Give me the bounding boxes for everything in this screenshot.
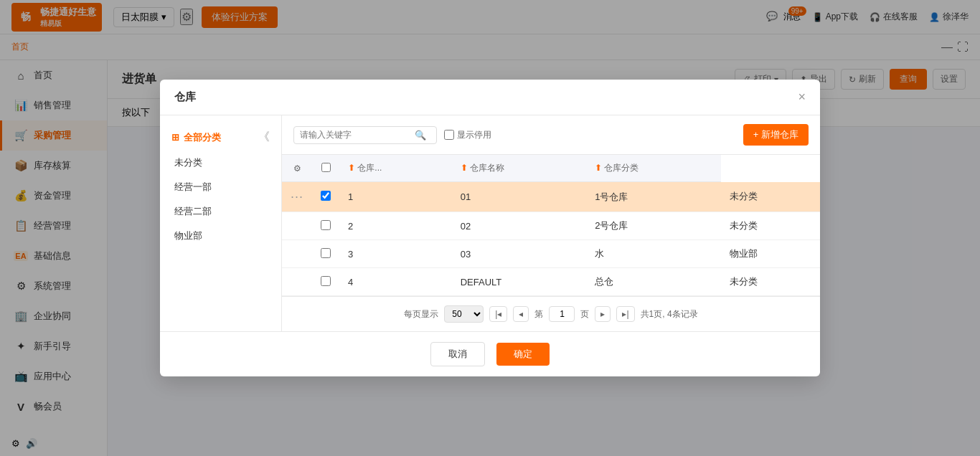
add-warehouse-button[interactable]: + 新增仓库 (743, 124, 809, 146)
total-info: 共1页, 4条记录 (641, 308, 698, 320)
show-disabled-container: 显示停用 (444, 129, 491, 141)
search-box: 🔍 (293, 126, 437, 144)
select-all-checkbox[interactable] (321, 163, 331, 172)
row-checkbox[interactable] (321, 276, 331, 286)
show-disabled-label: 显示停用 (457, 129, 491, 141)
row-action (282, 240, 312, 268)
row-no: 2 (339, 212, 452, 240)
confirm-button[interactable]: 确定 (496, 343, 550, 366)
page-next-button[interactable]: ▸ (595, 306, 611, 322)
table-row[interactable]: ··· 1 01 1号仓库 未分类 (282, 182, 820, 212)
per-page-label: 每页显示 (404, 308, 438, 320)
cancel-button[interactable]: 取消 (430, 342, 485, 366)
sort-icon3: ⬆ (595, 163, 602, 173)
per-page-select[interactable]: 20 50 100 (444, 305, 484, 323)
warehouse-table: ⚙ ⬆ 仓库... ⬆ 仓库名称 ⬆ 仓库分类 (282, 155, 820, 296)
row-no: 3 (339, 240, 452, 268)
row-category: 未分类 (721, 212, 820, 240)
show-disabled-checkbox[interactable] (444, 130, 454, 140)
row-name: 2号仓库 (586, 212, 720, 240)
modal-toolbar: 🔍 显示停用 + 新增仓库 (282, 115, 820, 155)
category-sidebar: ⊞ 全部分类 《 未分类 经营一部 经营二部 物业部 (160, 115, 282, 331)
row-name: 总仓 (586, 268, 720, 296)
row-category: 未分类 (721, 268, 820, 296)
row-checkbox[interactable] (321, 191, 331, 201)
grid-icon: ⊞ (171, 132, 179, 143)
table-row[interactable]: 3 03 水 物业部 (282, 240, 820, 268)
page-prev-button[interactable]: ◂ (513, 306, 529, 322)
category-item-property[interactable]: 物业部 (160, 224, 281, 248)
table-row[interactable]: 2 02 2号仓库 未分类 (282, 212, 820, 240)
row-checkbox-cell (312, 212, 339, 240)
modal-footer: 取消 确定 (160, 331, 820, 376)
modal-body: ⊞ 全部分类 《 未分类 经营一部 经营二部 物业部 🔍 (160, 115, 820, 331)
row-code: DEFAULT (452, 268, 586, 296)
col-settings: ⚙ (282, 155, 312, 182)
search-icon[interactable]: 🔍 (415, 130, 426, 141)
search-input[interactable] (300, 130, 415, 140)
row-code: 01 (452, 182, 586, 212)
collapse-button[interactable]: 《 (258, 130, 270, 145)
page-unit: 页 (580, 308, 589, 320)
page-number-input[interactable] (549, 306, 575, 322)
row-checkbox[interactable] (321, 220, 331, 230)
page-label: 第 (534, 308, 543, 320)
row-name: 水 (586, 240, 720, 268)
warehouse-modal: 仓库 × ⊞ 全部分类 《 未分类 经营一部 经营二部 物业部 (160, 80, 820, 376)
row-action: ··· (282, 182, 312, 212)
category-item-dept2[interactable]: 经营二部 (160, 199, 281, 224)
table-row[interactable]: 4 DEFAULT 总仓 未分类 (282, 268, 820, 296)
row-code: 03 (452, 240, 586, 268)
category-item-uncategorized[interactable]: 未分类 (160, 151, 281, 175)
row-checkbox-cell (312, 240, 339, 268)
row-code: 02 (452, 212, 586, 240)
page-first-button[interactable]: |◂ (489, 306, 507, 322)
modal-header: 仓库 × (160, 80, 820, 115)
row-checkbox[interactable] (321, 248, 331, 258)
row-category: 未分类 (721, 182, 820, 212)
pagination: 每页显示 20 50 100 |◂ ◂ 第 页 ▸ ▸| 共1页, 4条记录 (282, 296, 820, 331)
category-all-label: 全部分类 (184, 131, 221, 144)
table-header-row: ⚙ ⬆ 仓库... ⬆ 仓库名称 ⬆ 仓库分类 (282, 155, 820, 182)
modal-table-area: 🔍 显示停用 + 新增仓库 ⚙ (282, 115, 820, 331)
col-category: ⬆ 仓库分类 (586, 155, 720, 182)
modal-close-button[interactable]: × (798, 90, 806, 105)
modal-overlay: 仓库 × ⊞ 全部分类 《 未分类 经营一部 经营二部 物业部 (0, 0, 980, 456)
row-action (282, 268, 312, 296)
row-checkbox-cell (312, 182, 339, 212)
sort-icon: ⬆ (348, 163, 355, 173)
page-last-button[interactable]: ▸| (616, 306, 634, 322)
col-name: ⬆ 仓库名称 (452, 155, 586, 182)
category-item-dept1[interactable]: 经营一部 (160, 175, 281, 199)
row-category: 物业部 (721, 240, 820, 268)
dots-icon[interactable]: ··· (291, 189, 303, 204)
category-all[interactable]: ⊞ 全部分类 《 (160, 124, 281, 151)
row-no: 1 (339, 182, 452, 212)
row-action (282, 212, 312, 240)
col-checkbox (312, 155, 339, 182)
sort-icon2: ⬆ (461, 163, 468, 173)
col-code: ⬆ 仓库... (339, 155, 452, 182)
row-name: 1号仓库 (586, 182, 720, 212)
modal-title: 仓库 (174, 90, 196, 104)
row-no: 4 (339, 268, 452, 296)
row-checkbox-cell (312, 268, 339, 296)
